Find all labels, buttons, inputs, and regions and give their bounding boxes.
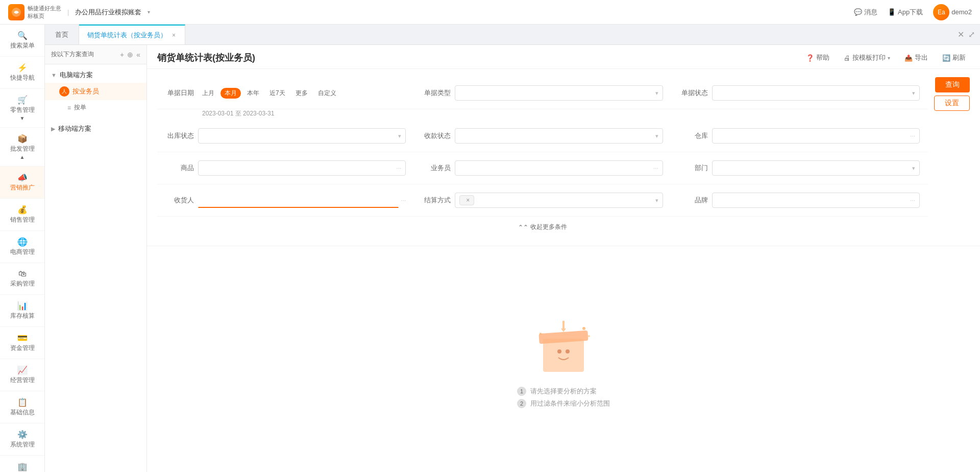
settlement-select[interactable]: × ▾ — [455, 193, 663, 208]
sidebar-item-inventory[interactable]: 📊 库存核算 — [0, 295, 44, 327]
collapse-panel-btn[interactable]: « — [136, 51, 140, 59]
sidebar: 🔍 搜索菜单 ⚡ 快捷导航 🛒 零售管理 ▼ 📦 批发管理 ▲ 📣 营销推广 💰… — [0, 25, 45, 472]
brand-select[interactable]: ··· — [712, 193, 920, 208]
outstatus-select[interactable]: ▾ — [198, 128, 406, 144]
brand-label: 品牌 — [679, 196, 708, 205]
add-plan-btn[interactable]: + — [120, 51, 124, 59]
app-icon: 📱 — [888, 8, 896, 16]
warehouse-select[interactable]: ··· — [712, 128, 920, 144]
refresh-btn[interactable]: 🔄 刷新 — [938, 51, 970, 64]
tab-bar: 首页 销货单统计表（按业务员） × ✕ ⤢ — [45, 25, 980, 45]
left-panel-actions: + ⊕ « — [120, 51, 140, 59]
svg-rect-1 — [543, 339, 584, 372]
export-icon: 📤 — [904, 54, 913, 62]
receiptstatus-control: ▾ — [455, 128, 663, 144]
collapse-more-btn[interactable]: ⌃⌃ 收起更多条件 — [157, 221, 928, 233]
mobile-group-header[interactable]: ▶ 移动端方案 — [45, 121, 146, 136]
list-icon: ≡ — [67, 104, 71, 111]
date-tab-thisyear[interactable]: 本年 — [243, 88, 263, 99]
print-icon: 🖨 — [844, 54, 850, 62]
tab-actions: ✕ ⤢ — [952, 25, 980, 44]
logo-area: 畅捷通好生意 标板页 — [8, 4, 61, 20]
outstatus-label: 出库状态 — [165, 131, 194, 140]
department-select[interactable]: ▾ — [712, 160, 920, 176]
header-right: 💬 消息 📱 App下载 Ea demo2 — [854, 4, 972, 20]
goods-label: 商品 — [165, 163, 194, 173]
filter-row-3: 商品 ··· 业务员 — [157, 152, 928, 184]
filter-cell-receiptstatus: 收款状态 ▾ — [414, 125, 671, 147]
sidebar-item-marketing[interactable]: 📣 营销推广 — [0, 167, 44, 199]
status-label: 单据状态 — [679, 88, 708, 98]
tab-sales-stats[interactable]: 销货单统计表（按业务员） × — [79, 25, 185, 44]
sidebar-item-basic[interactable]: 📋 基础信息 — [0, 391, 44, 423]
filter-cell-status: 单据状态 ▾ — [671, 82, 928, 104]
left-panel-header: 按以下方案查询 + ⊕ « — [45, 45, 146, 64]
message-action[interactable]: 💬 消息 — [854, 8, 877, 17]
department-control: ▾ — [712, 160, 920, 176]
tab-home[interactable]: 首页 — [45, 25, 79, 44]
help-btn[interactable]: ❓ 帮助 — [802, 51, 834, 64]
type-select[interactable]: ▾ — [455, 85, 663, 101]
edit-plan-btn[interactable]: ⊕ — [127, 51, 133, 59]
company-name[interactable]: 办公用品行业模拟账套 — [75, 8, 141, 17]
date-tab-custom[interactable]: 自定义 — [314, 88, 340, 99]
action-btns: 查询 设置 — [934, 77, 970, 111]
sidebar-item-wholesale[interactable]: 📦 批发管理 ▲ — [0, 128, 44, 167]
outstatus-control: ▾ — [198, 128, 406, 144]
page-title: 销货单统计表(按业务员) — [157, 52, 255, 64]
message-icon: 💬 — [854, 8, 862, 16]
sidebar-item-ecom[interactable]: 🌐 电商管理 — [0, 231, 44, 263]
empty-state: 1 请先选择要分析的方案 2 用过滤条件来缩小分析范围 — [147, 246, 980, 472]
sidebar-item-quicknav[interactable]: ⚡ 快捷导航 — [0, 57, 44, 89]
date-tab-7days[interactable]: 近7天 — [265, 88, 289, 99]
sidebar-item-sales[interactable]: 💰 销售管理 — [0, 199, 44, 231]
inventory-icon: 📊 — [17, 301, 28, 311]
settlement-tag-close[interactable]: × — [466, 197, 470, 204]
page-title-bar: 销货单统计表(按业务员) ❓ 帮助 🖨 按模板打印 ▾ 📤 — [147, 45, 980, 69]
date-tab-more[interactable]: 更多 — [291, 88, 312, 99]
receiptstatus-label: 收款状态 — [422, 131, 451, 140]
export-btn[interactable]: 📤 导出 — [900, 51, 932, 64]
consignee-input[interactable] — [198, 193, 399, 208]
mobile-group-arrow: ▶ — [51, 126, 55, 132]
sidebar-item-enterprise[interactable]: 🏢 企业协同 — [0, 456, 44, 472]
filter-cell-brand: 品牌 ··· — [671, 190, 928, 211]
sidebar-item-purchase[interactable]: 🛍 采购管理 — [0, 263, 44, 295]
date-tab-lastmonth[interactable]: 上月 — [198, 88, 218, 99]
plan-sub-item-by-order[interactable]: ≡ 按单 — [45, 100, 146, 115]
type-chevron: ▾ — [655, 90, 658, 97]
company-dropdown-arrow[interactable]: ▾ — [148, 9, 150, 15]
operation-icon: 📈 — [17, 365, 28, 375]
template-print-btn[interactable]: 🖨 按模板打印 ▾ — [840, 51, 894, 64]
filter-row-2: 出库状态 ▾ 收款状态 — [157, 120, 928, 152]
salesperson-select[interactable]: ··· — [455, 160, 663, 176]
receiptstatus-select[interactable]: ▾ — [455, 128, 663, 144]
sidebar-item-operation[interactable]: 📈 经营管理 — [0, 359, 44, 391]
salesperson-dots: ··· — [653, 164, 658, 172]
filter-row-4: 收货人 ··· 结算方式 — [157, 184, 928, 217]
sidebar-item-search[interactable]: 🔍 搜索菜单 — [0, 25, 44, 57]
filter-cell-goods: 商品 ··· — [157, 157, 414, 179]
settlement-tag: × — [459, 195, 474, 205]
filter-cell-department: 部门 ▾ — [671, 157, 928, 179]
purchase-icon: 🛍 — [18, 269, 27, 278]
window-close-icon[interactable]: ✕ — [958, 30, 964, 39]
date-tab-thismonth[interactable]: 本月 — [220, 88, 241, 99]
status-select[interactable]: ▾ — [712, 85, 920, 101]
app-download-action[interactable]: 📱 App下载 — [888, 8, 923, 17]
svg-point-5 — [540, 333, 542, 335]
sidebar-item-retail[interactable]: 🛒 零售管理 ▼ — [0, 89, 44, 128]
goods-select[interactable]: ··· — [198, 160, 406, 176]
setting-button[interactable]: 设置 — [934, 96, 970, 111]
window-maximize-icon[interactable]: ⤢ — [968, 30, 975, 39]
empty-illustration — [523, 311, 604, 379]
receiptstatus-chevron: ▾ — [655, 133, 658, 139]
sidebar-item-finance[interactable]: 💳 资金管理 — [0, 327, 44, 359]
query-button[interactable]: 查询 — [935, 77, 970, 92]
tab-close-btn[interactable]: × — [171, 31, 177, 40]
pc-plan-group-header[interactable]: ▼ 电脑端方案 — [45, 67, 146, 83]
department-label: 部门 — [679, 163, 708, 173]
user-action[interactable]: Ea demo2 — [933, 4, 972, 20]
plan-item-by-salesperson[interactable]: 人 按业务员 — [45, 83, 146, 100]
sidebar-item-system[interactable]: ⚙️ 系统管理 — [0, 423, 44, 456]
